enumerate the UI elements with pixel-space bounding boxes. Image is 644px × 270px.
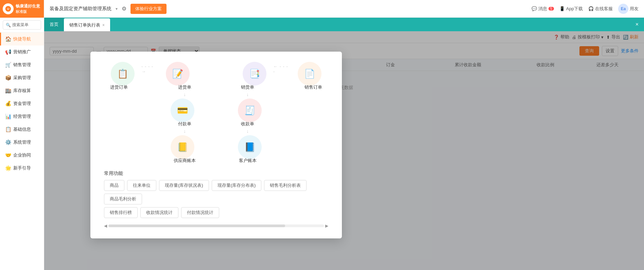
online-service-btn[interactable]: 🎧 在线客服 <box>588 6 613 12</box>
common-btn-product[interactable]: 商品 <box>104 180 124 191</box>
sidebar-item-collab[interactable]: 🤝 企业协同 <box>0 149 44 162</box>
common-btn-receipt-stats[interactable]: 收款情况统计 <box>140 207 178 218</box>
sidebar-item-guide[interactable]: 🌟 新手引导 <box>0 162 44 175</box>
purchase-bill-circle: 📝 <box>166 62 190 86</box>
system-icon: ⚙️ <box>5 139 11 145</box>
tabbar-close-btn[interactable]: × <box>630 21 644 28</box>
common-btn-sales-margin[interactable]: 销售毛利分析表 <box>264 180 307 191</box>
avatar: Ea <box>618 4 628 14</box>
flow-node-customer-ledger[interactable]: 📘 <box>238 135 262 159</box>
sidebar-item-finance[interactable]: 💰 资金管理 <box>0 97 44 110</box>
flow-node-sales-bill[interactable]: 📑 <box>243 62 266 86</box>
common-btn-product-margin[interactable]: 商品毛利分析 <box>104 194 142 204</box>
purchase-icon: 📦 <box>5 75 11 81</box>
svg-text:U: U <box>7 7 9 11</box>
collab-icon: 🤝 <box>5 152 11 158</box>
customer-ledger-circle: 📘 <box>238 135 262 159</box>
scrollbar-track[interactable] <box>108 224 324 227</box>
sidebar-item-operations[interactable]: 📊 经营管理 <box>0 110 44 123</box>
label-sales-order: 销售订单 <box>298 84 328 90</box>
sales-order-circle: 📄 <box>298 62 321 86</box>
basic-info-icon: 📋 <box>5 126 11 132</box>
sidebar-item-sales[interactable]: 🛒 销售管理 <box>0 58 44 71</box>
sidebar-item-basic-info[interactable]: 📋 基础信息 <box>0 123 44 136</box>
scroll-right-btn[interactable]: ▶ <box>325 223 328 228</box>
sidebar-item-quick-nav[interactable]: 🏠 快捷导航 <box>0 33 44 46</box>
arrow-down-sales-bill: ↓ <box>232 92 263 97</box>
message-badge: 5 <box>549 7 554 11</box>
tab-close-icon[interactable]: × <box>102 23 105 28</box>
download-icon: 📱 <box>559 6 565 11</box>
payment-bill-circle: 💳 <box>171 98 194 122</box>
flow-modal: 📋 - - - - → 📝 <box>90 52 342 238</box>
common-btn-stock-dist[interactable]: 现存量(库存分布表) <box>212 180 262 191</box>
flow-node-receipt-bill[interactable]: 🧾 <box>238 98 262 122</box>
sidebar-item-purchase[interactable]: 📦 采购管理 <box>0 71 44 84</box>
flow-node-sales-order[interactable]: 📄 <box>298 62 321 86</box>
common-btn-sales-ranking[interactable]: 销售排行榜 <box>104 207 138 218</box>
finance-icon: 💰 <box>5 101 11 107</box>
arrow-purchase-order-to-bill: - - - - → <box>141 64 159 74</box>
logo-text: 畅康通好生意 标准版 <box>16 4 40 14</box>
logo-icon: U <box>3 3 14 14</box>
search-menu-button[interactable]: 🔍 搜索菜单 <box>3 20 41 30</box>
message-btn[interactable]: 💬 消息 5 <box>532 6 554 12</box>
label-supplier-ledger: 供应商账本 <box>170 158 200 164</box>
flow-node-purchase-bill[interactable]: 📝 <box>166 62 190 86</box>
arrow-down-payment: ↓ <box>170 128 200 134</box>
scroll-left-btn[interactable]: ◀ <box>104 223 107 228</box>
label-payment-bill: 付款单 <box>170 121 200 127</box>
common-btn-partner[interactable]: 往来单位 <box>127 180 156 191</box>
sales-icon: 🛒 <box>5 62 11 68</box>
content-area: ❓ 帮助 🖨 按模板打印 ▾ ⬆ 导出 🔄 刷新 <box>44 31 644 270</box>
topbar-title: 装备及固定资产辅助管理系统 <box>50 6 111 12</box>
service-icon: 🎧 <box>588 6 594 11</box>
marketing-icon: 📢 <box>5 49 11 55</box>
sidebar: U 畅康通好生意 标准版 🔍 搜索菜单 🏠 快捷导航 📢 营销推广 <box>0 0 44 270</box>
scrollbar-thumb <box>108 224 285 227</box>
modal-overlay[interactable]: 📋 - - - - → 📝 <box>44 31 644 270</box>
sidebar-item-system[interactable]: ⚙️ 系统管理 <box>0 136 44 149</box>
user-menu[interactable]: Ea 用友 <box>618 4 639 14</box>
label-purchase-order: 进货订单 <box>104 84 134 90</box>
label-receipt-bill: 收款单 <box>232 121 263 127</box>
tab-sales-order-exec[interactable]: 销售订单执行表 × <box>64 18 110 32</box>
sidebar-logo: U 畅康通好生意 标准版 <box>0 0 44 18</box>
common-buttons-row1: 商品 往来单位 现存量(库存状况表) 现存量(库存分布表) 销售毛利分析表 商品… <box>104 180 328 204</box>
common-functions-title: 常用功能 <box>104 170 328 177</box>
flow-node-payment-bill[interactable]: 💳 <box>171 98 194 122</box>
app-download-btn[interactable]: 📱 App下载 <box>559 6 583 12</box>
arrow-down-purchase-bill: ↓ <box>170 92 200 97</box>
purchase-order-circle: 📋 <box>111 62 135 86</box>
common-functions-section: 常用功能 商品 往来单位 现存量(库存状况表) 现存量(库存分布表) 销售毛利分… <box>104 170 328 218</box>
arrow-down-receipt: ↓ <box>232 128 263 134</box>
label-purchase-bill: 进货单 <box>170 84 200 90</box>
main-area: 装备及固定资产辅助管理系统 ▾ ⚙ 体验行业方案 💬 消息 5 📱 App下载 … <box>44 0 644 270</box>
topbar-settings-icon[interactable]: ⚙ <box>122 5 126 12</box>
trial-btn[interactable]: 体验行业方案 <box>130 4 167 14</box>
sidebar-item-marketing[interactable]: 📢 营销推广 <box>0 46 44 58</box>
search-icon: 🔍 <box>6 23 11 28</box>
flow-node-purchase-order[interactable]: 📋 <box>111 62 135 86</box>
guide-icon: 🌟 <box>5 165 11 171</box>
sidebar-nav: 🏠 快捷导航 📢 营销推广 🛒 销售管理 📦 采购管理 🏬 库存核算 💰 <box>0 33 44 270</box>
flow-node-supplier-ledger[interactable]: 📒 <box>171 135 194 159</box>
tabbar: 首页 销售订单执行表 × × <box>44 18 644 31</box>
sidebar-item-inventory[interactable]: 🏬 库存核算 <box>0 84 44 97</box>
sales-bill-circle: 📑 <box>243 62 266 86</box>
topbar-dropdown-arrow[interactable]: ▾ <box>116 6 118 11</box>
inventory-icon: 🏬 <box>5 88 11 94</box>
modal-body: 📋 - - - - → 📝 <box>90 52 342 238</box>
label-customer-ledger: 客户账本 <box>232 158 263 164</box>
common-btn-stock-status[interactable]: 现存量(库存状况表) <box>159 180 209 191</box>
modal-scrollbar-container: ◀ ▶ <box>104 223 328 228</box>
operations-icon: 📊 <box>5 113 11 120</box>
tab-home[interactable]: 首页 <box>44 18 64 31</box>
topbar-right: 💬 消息 5 📱 App下载 🎧 在线客服 Ea 用友 <box>532 4 639 14</box>
home-icon: 🏠 <box>5 36 11 42</box>
receipt-bill-circle: 🧾 <box>238 98 262 122</box>
common-buttons-row2: 销售排行榜 收款情况统计 付款情况统计 <box>104 207 328 218</box>
common-btn-payment-stats[interactable]: 付款情况统计 <box>181 207 219 218</box>
message-icon: 💬 <box>532 6 537 11</box>
arrow-sales-order-to-bill: ← - - - - <box>273 64 291 74</box>
